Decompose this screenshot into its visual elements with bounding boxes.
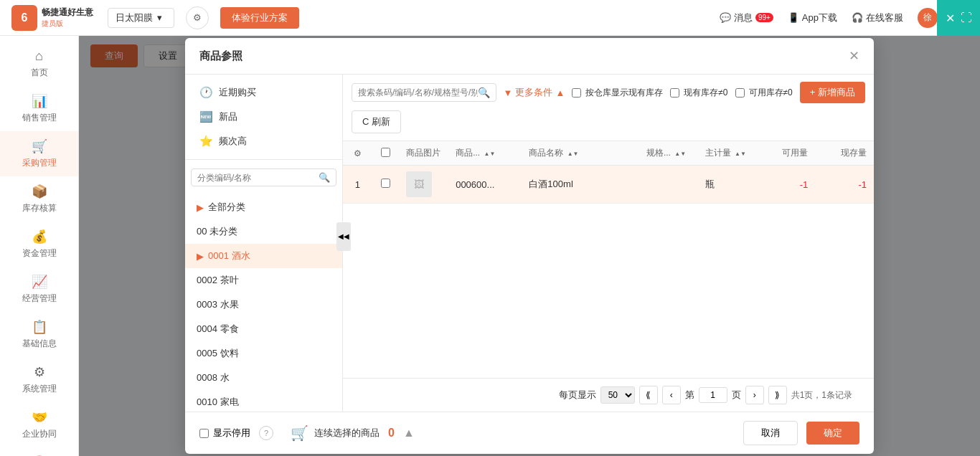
experience-button[interactable]: 体验行业方案 (220, 7, 299, 29)
modal-right-panel: 🔍 ▼ 更多条件 ▲ 按仓库显示现有库存 (343, 75, 874, 412)
show-disabled-checkbox-label[interactable]: 显示停用 (199, 427, 250, 440)
th-settings[interactable]: ⚙ (343, 141, 372, 166)
category-0004[interactable]: 0004 零食 (185, 317, 342, 341)
avatar: 徐 (918, 8, 938, 28)
category-0005[interactable]: 0005 饮料 (185, 341, 342, 366)
th-stock[interactable]: 现存量 (815, 141, 874, 166)
recent-buy-nav[interactable]: 🕐 近期购买 (191, 80, 336, 105)
category-0008[interactable]: 0008 水 (185, 366, 342, 390)
product-search-input[interactable] (358, 87, 478, 98)
avail-nonzero-checkbox[interactable] (735, 88, 745, 98)
page-next-button[interactable]: › (745, 386, 764, 404)
collapse-panel-button[interactable]: ◀◀ (336, 222, 351, 251)
pagination: 每页显示 50 ⟪ ‹ 第 页 › ⟫ 共1页，1条记录 (343, 378, 874, 412)
category-all[interactable]: ▶ 全部分类 (185, 195, 342, 219)
cart-label: 连续选择的商品 (314, 427, 380, 440)
navbar-right: 💬 消息 99+ 📱 App下载 🎧 在线客服 徐 徐泽华 (720, 8, 969, 28)
sidebar-item-finance[interactable]: 💰 资金管理 (0, 222, 78, 267)
enterprise-icon: 🤝 (32, 409, 47, 425)
sidebar-item-basics[interactable]: 📋 基础信息 (0, 312, 78, 357)
avail-nonzero-checkbox-label[interactable]: 可用库存≠0 (735, 87, 793, 99)
sidebar-item-home[interactable]: ⌂ 首页 (0, 42, 78, 86)
messages-badge: 99+ (755, 13, 773, 22)
refresh-product-button[interactable]: C 刷新 (352, 110, 401, 133)
modal-nav: 🕐 近期购买 🆕 新品 ⭐ 频次高 (185, 80, 342, 153)
purchase-icon: 🛒 (32, 138, 47, 154)
sidebar-item-system[interactable]: ⚙ 系统管理 (0, 357, 78, 402)
confirm-button[interactable]: 确定 (806, 422, 859, 445)
recent-buy-icon: 🕐 (199, 86, 213, 99)
category-search-input[interactable] (197, 173, 319, 183)
inventory-icon: 📦 (32, 184, 47, 199)
basics-icon: 📋 (32, 319, 47, 335)
sidebar-item-purchase[interactable]: 🛒 采购管理 (0, 131, 78, 176)
sidebar-item-enterprise[interactable]: 🤝 企业协同 (0, 402, 78, 447)
category-0001[interactable]: ▶ 0001 酒水 (185, 244, 342, 268)
show-disabled-checkbox[interactable] (199, 429, 209, 438)
category-0010[interactable]: 0010 家电 (185, 390, 342, 406)
search-icon: 🔍 (478, 87, 490, 98)
cancel-button[interactable]: 取消 (743, 421, 798, 445)
product-table: ⚙ 商品图片 商品... ▲▼ 商品名称 (343, 141, 874, 204)
modal-body: 🕐 近期购买 🆕 新品 ⭐ 频次高 (185, 75, 874, 412)
cart-icon[interactable]: 🛒 (291, 424, 308, 442)
product-search-box[interactable]: 🔍 (352, 83, 496, 102)
category-search[interactable]: 🔍 (191, 168, 336, 186)
page-size-label: 每页显示 (559, 389, 596, 402)
select-all-checkbox[interactable] (381, 148, 390, 157)
th-checkbox[interactable] (372, 141, 399, 166)
sidebar-item-operations[interactable]: 📈 经营管理 (0, 267, 78, 312)
navbar: 6 畅捷通好生意 捷员版 日太阳膜 ▾ ⚙ 体验行业方案 💬 消息 99+ 📱 … (0, 0, 980, 36)
sort-code-icon: ▲▼ (484, 151, 496, 157)
category-tree: ▶ 全部分类 00 未分类 ▶ 0001 酒水 0002 茶 (185, 192, 342, 406)
online-service-item[interactable]: 🎧 在线客服 (852, 11, 903, 24)
company-selector[interactable]: 日太阳膜 ▾ (108, 8, 174, 28)
chevron-up-icon: ▲ (555, 87, 565, 98)
page-size-select[interactable]: 50 (600, 386, 635, 404)
row-name: 白酒100ml (522, 166, 639, 204)
category-0003[interactable]: 0003 水果 (185, 293, 342, 317)
teal-area: ✕ ⛶ (937, 0, 980, 36)
th-unit[interactable]: 主计量 ▲▼ (698, 141, 757, 166)
category-00[interactable]: 00 未分类 (185, 219, 342, 244)
page-number-input[interactable] (699, 387, 727, 403)
category-0002[interactable]: 0002 茶叶 (185, 268, 342, 293)
freq-high-nav[interactable]: ⭐ 频次高 (191, 129, 336, 153)
filter-more-button[interactable]: ▼ 更多条件 ▲ (504, 86, 565, 99)
headphone-icon: 🎧 (852, 12, 863, 23)
th-available[interactable]: 可用量 (756, 141, 815, 166)
page-first-button[interactable]: ⟪ (639, 386, 658, 404)
row-unit: 瓶 (698, 166, 757, 204)
cart-collapse-icon[interactable]: ▲ (403, 427, 415, 440)
page-suffix: 页 (732, 389, 741, 402)
row-num: 1 (343, 166, 372, 204)
stock-nonzero-checkbox-label[interactable]: 现有库存≠0 (670, 87, 727, 99)
sidebar-item-guide[interactable]: 🎯 新手引导 (0, 447, 78, 456)
close-window-icon[interactable]: ✕ (946, 11, 955, 25)
stock-nonzero-checkbox[interactable] (670, 88, 679, 98)
th-code[interactable]: 商品... ▲▼ (448, 141, 522, 166)
sidebar: ⌂ 首页 📊 销售管理 🛒 采购管理 📦 库存核算 💰 资金管理 📈 经营管理 … (0, 36, 79, 456)
page-last-button[interactable]: ⟫ (768, 386, 787, 404)
app-download-item[interactable]: 📱 App下载 (788, 11, 837, 24)
messages-nav-item[interactable]: 💬 消息 99+ (720, 11, 773, 24)
row-image: 🖼 (399, 166, 449, 204)
settings-icon[interactable]: ⚙ (186, 6, 209, 29)
total-pages-info: 共1页，1条记录 (791, 389, 852, 402)
modal-close-button[interactable]: ✕ (849, 48, 859, 64)
sidebar-item-sales[interactable]: 📊 销售管理 (0, 86, 78, 131)
new-product-nav[interactable]: 🆕 新品 (191, 105, 336, 129)
add-product-button[interactable]: + 新增商品 (800, 82, 865, 103)
row-checkbox[interactable] (381, 179, 390, 188)
warehouse-checkbox-label[interactable]: 按仓库显示现有库存 (572, 87, 663, 99)
th-spec[interactable]: 规格... ▲▼ (639, 141, 698, 166)
page-prev-button[interactable]: ‹ (662, 386, 681, 404)
main-content: 查询 设置 刷新 商品参照 ✕ 🕐 (79, 36, 980, 456)
warehouse-checkbox[interactable] (572, 88, 581, 98)
expand-icon[interactable]: ⛶ (961, 11, 972, 24)
row-checkbox-cell[interactable] (372, 166, 399, 204)
table-row[interactable]: 1 🖼 000600... 白酒100ml (343, 166, 874, 204)
sidebar-item-inventory[interactable]: 📦 库存核算 (0, 176, 78, 222)
th-name[interactable]: 商品名称 ▲▼ (522, 141, 639, 166)
help-icon[interactable]: ? (259, 426, 273, 440)
